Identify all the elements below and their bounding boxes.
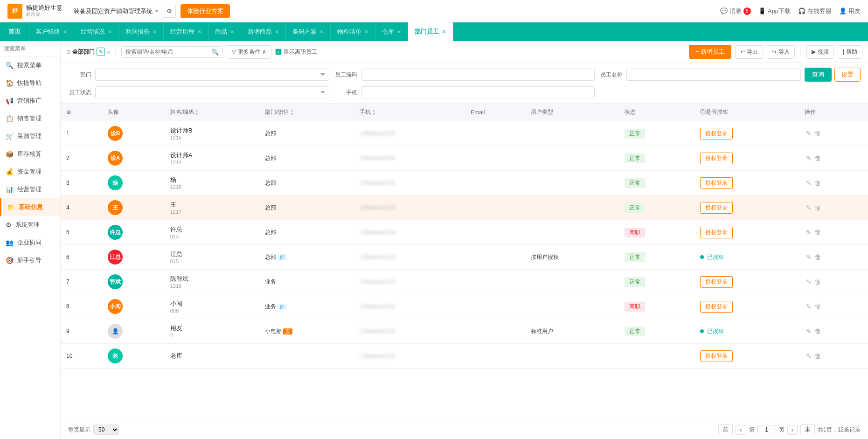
collapse-dept-icon[interactable]: « xyxy=(107,48,111,56)
delete-button[interactable]: 🗑 xyxy=(814,352,821,360)
edit-button[interactable]: ✎ xyxy=(806,352,812,360)
auth-login-button[interactable]: 授权登录 xyxy=(700,202,733,214)
sidebar-item-sales[interactable]: 📋销售管理 xyxy=(0,110,60,127)
tab-journey[interactable]: 经营历程 ✕ xyxy=(164,22,208,41)
user-menu[interactable]: 👤 用友 xyxy=(839,7,861,15)
filter-phone-row: 手机 xyxy=(334,86,595,98)
row-number: 10 xyxy=(61,344,102,369)
all-dept-label[interactable]: 全部部门 xyxy=(72,48,95,56)
sidebar-item-collab[interactable]: 👥企业协同 xyxy=(0,234,60,251)
auth-login-button[interactable]: 授权登录 xyxy=(700,350,733,362)
row-dept: 总部部 xyxy=(259,245,354,270)
delete-button[interactable]: 🗑 xyxy=(814,278,821,286)
per-page-select[interactable]: 50 100 200 xyxy=(93,425,119,435)
next-page-btn[interactable]: › xyxy=(787,425,798,435)
sidebar-item-operations[interactable]: 📊经营管理 xyxy=(0,181,60,198)
tab-operations[interactable]: 经营情况 ✕ xyxy=(74,22,119,41)
sidebar-item-purchase[interactable]: 🛒采购管理 xyxy=(0,127,60,145)
more-conditions-btn[interactable]: ▽ 更多条件 ∧ xyxy=(227,45,271,59)
edit-button[interactable]: ✎ xyxy=(806,328,812,335)
delete-button[interactable]: 🗑 xyxy=(814,204,821,211)
sidebar-item-marketing[interactable]: 📢营销推广 xyxy=(0,92,60,110)
search-input[interactable] xyxy=(125,49,209,55)
auth-login-button[interactable]: 授权登录 xyxy=(700,227,733,238)
delete-button[interactable]: 🗑 xyxy=(814,328,821,335)
row-dept: 总部 xyxy=(259,195,354,220)
sidebar-item-inventory[interactable]: 📦库存核算 xyxy=(0,145,60,163)
delete-button[interactable]: 🗑 xyxy=(814,229,821,236)
col-dept[interactable]: 部门/职位 ▲▼ xyxy=(259,104,354,121)
sidebar-item-basic[interactable]: 📁基础信息 xyxy=(0,198,60,216)
show-resigned-checkbox[interactable]: ✓ xyxy=(275,49,282,55)
tab-barcode[interactable]: 条码方案 ✕ xyxy=(286,22,331,41)
sidebar-item-search[interactable]: 🔍搜索菜单 xyxy=(0,56,60,74)
sidebar-item-quicknav[interactable]: 🏠快捷导航 xyxy=(0,74,60,92)
delete-button[interactable]: 🗑 xyxy=(814,253,821,261)
online-service-button[interactable]: 🎧 在线客服 xyxy=(798,7,832,15)
row-auth: 授权登录 xyxy=(694,294,799,319)
tab-customer[interactable]: 客户联络 ✕ xyxy=(29,22,74,41)
tab-employee[interactable]: 部门员工 ✕ xyxy=(408,22,453,41)
employee-name-input[interactable] xyxy=(626,69,801,81)
phone-input[interactable] xyxy=(361,86,595,98)
tab-warehouse[interactable]: 仓库 ✕ xyxy=(375,22,408,41)
employee-code-input[interactable] xyxy=(361,69,595,81)
tab-goods[interactable]: 商品 ✕ xyxy=(208,22,241,41)
edit-button[interactable]: ✎ xyxy=(806,253,812,261)
row-operations: ✎🗑 xyxy=(799,220,868,245)
view-btn[interactable]: ▶ 视频 xyxy=(806,45,834,59)
delete-button[interactable]: 🗑 xyxy=(814,154,821,162)
import-btn[interactable]: ↪ 导入 xyxy=(767,45,795,59)
delete-button[interactable]: 🗑 xyxy=(814,130,821,137)
sidebar-search-input[interactable] xyxy=(4,45,61,52)
first-page-btn[interactable]: 首 xyxy=(718,424,733,435)
status-select[interactable] xyxy=(95,86,329,98)
page-input[interactable] xyxy=(757,425,776,434)
message-button[interactable]: 💬 消息 5 xyxy=(720,7,751,15)
edit-button[interactable]: ✎ xyxy=(806,154,812,162)
edit-button[interactable]: ✎ xyxy=(806,130,812,137)
tab-profit[interactable]: 利润报告 ✕ xyxy=(119,22,164,41)
download-icon: 📱 xyxy=(758,7,766,14)
query-button[interactable]: 查询 xyxy=(805,68,832,82)
col-phone[interactable]: 手机 ▲▼ xyxy=(354,104,465,121)
last-page-btn[interactable]: 末 xyxy=(800,424,815,435)
edit-button[interactable]: ✎ xyxy=(806,204,812,211)
help-btn[interactable]: | 帮助 xyxy=(838,45,862,59)
col-settings[interactable]: ⚙ xyxy=(61,104,102,121)
auth-login-button[interactable]: 授权登录 xyxy=(700,128,733,139)
delete-button[interactable]: 🗑 xyxy=(814,303,821,310)
prev-page-btn[interactable]: ‹ xyxy=(736,425,746,435)
auth-login-button[interactable]: 授权登录 xyxy=(700,301,733,313)
tab-new-goods[interactable]: 新增商品 ✕ xyxy=(241,22,286,41)
edit-button[interactable]: ✎ xyxy=(806,278,812,286)
edit-button[interactable]: ✎ xyxy=(806,303,812,310)
sidebar-item-finance[interactable]: 💰资金管理 xyxy=(0,163,60,181)
help-icon: | xyxy=(843,49,844,55)
sidebar-item-guide[interactable]: 🎯新手引导 xyxy=(0,251,60,269)
edit-button[interactable]: ✎ xyxy=(806,179,812,187)
search-icon[interactable]: 🔍 xyxy=(211,49,219,56)
gear-button[interactable]: ⚙ xyxy=(163,5,176,18)
add-employee-button[interactable]: + 新增员工 xyxy=(689,45,731,59)
set-button[interactable]: 设置 xyxy=(834,68,861,82)
system-title-arrow[interactable]: ▼ xyxy=(154,8,159,14)
sidebar-item-system[interactable]: ⚙系统管理 xyxy=(0,216,60,234)
auth-login-button[interactable]: 授权登录 xyxy=(700,276,733,288)
col-name[interactable]: 姓名/编码 ▲▼ xyxy=(165,104,259,121)
trial-button[interactable]: 体验行业方案 xyxy=(181,4,230,18)
tab-bom[interactable]: 物料清单 ✕ xyxy=(331,22,375,41)
edit-button[interactable]: ✎ xyxy=(806,229,812,236)
show-resigned-toggle[interactable]: ✓ 显示离职员工 xyxy=(275,48,317,56)
dept-edit-icon[interactable]: ✎ xyxy=(97,48,105,56)
auth-login-button[interactable]: 授权登录 xyxy=(700,177,733,189)
finance-icon: 💰 xyxy=(6,168,14,175)
chevron-down-icon: ∧ xyxy=(262,49,266,55)
app-download-button[interactable]: 📱 App下载 xyxy=(758,7,791,15)
delete-button[interactable]: 🗑 xyxy=(814,179,821,187)
dept-select[interactable] xyxy=(95,69,329,81)
tab-home[interactable]: 首页 xyxy=(0,22,29,41)
export-btn[interactable]: ↩ 导出 xyxy=(735,45,763,59)
inventory-icon: 📦 xyxy=(6,150,14,158)
auth-login-button[interactable]: 授权登录 xyxy=(700,153,733,164)
